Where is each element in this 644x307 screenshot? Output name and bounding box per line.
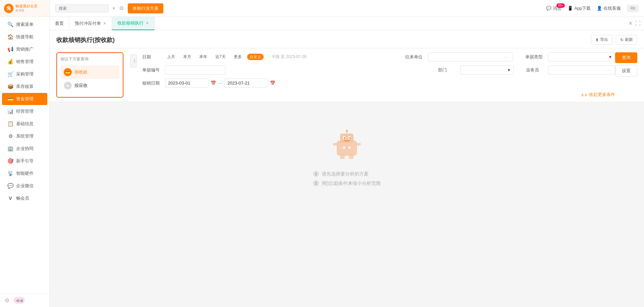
chevron-down-doc-icon: ▾ bbox=[609, 54, 611, 59]
sidebar-item-label: 资金管理 bbox=[16, 96, 34, 102]
tab-home[interactable]: 首页 bbox=[50, 17, 69, 30]
sidebar-item-label: 系统管理 bbox=[16, 133, 34, 139]
filter-options-panel: 按以下方案查询 💳 按收款 🕐 按应收 bbox=[56, 52, 123, 98]
filter-settings-button[interactable]: 设置 bbox=[615, 65, 637, 76]
page-header: 收款核销执行(按收款) ⬆ 导出 ↻ 刷新 bbox=[50, 30, 644, 48]
writeoff-date-group: 📅 — 📅 bbox=[165, 79, 275, 88]
last-7days-btn[interactable]: 近7天 bbox=[213, 53, 228, 61]
page-content: 收款核销执行(按收款) ⬆ 导出 ↻ 刷新 按以下方案查询 💳 按收款 bbox=[50, 30, 644, 307]
user-profile-button[interactable]: Rit bbox=[627, 5, 639, 12]
doc-no-input[interactable] bbox=[165, 65, 225, 74]
operation-icon: 📊 bbox=[7, 108, 13, 114]
filter-collapse-button[interactable]: 《 bbox=[130, 54, 137, 68]
search-menu-icon: 🔍 bbox=[7, 21, 13, 28]
settings-icon[interactable]: ⚙ bbox=[5, 297, 9, 304]
app-icon: 📱 bbox=[568, 6, 573, 11]
last-month-btn[interactable]: 上月 bbox=[164, 53, 178, 61]
topbar-right: 💬 消息 99+ 📱 App下载 👤 在线客服 Rit bbox=[546, 5, 639, 12]
sidebar-item-inventory[interactable]: 📦 库存核算 bbox=[2, 81, 47, 93]
this-year-btn[interactable]: 本年 bbox=[197, 53, 210, 61]
sidebar-item-operation[interactable]: 📊 经营管理 bbox=[2, 105, 47, 117]
online-service-button[interactable]: 👤 在线客服 bbox=[597, 5, 621, 11]
export-button[interactable]: ⬆ 导出 bbox=[591, 35, 612, 45]
message-icon: 💬 bbox=[546, 6, 551, 11]
app-label: App下载 bbox=[574, 5, 591, 11]
search-input[interactable] bbox=[55, 4, 109, 12]
home-icon: 🏠 bbox=[7, 34, 13, 40]
filter-row-2: 单据编号 部门 ▾ 业务员 ··· bbox=[142, 65, 615, 74]
chevron-down-icon[interactable]: ▾ bbox=[113, 6, 115, 11]
filter-by-receivable[interactable]: 🕐 按应收 bbox=[60, 79, 119, 92]
staff-dots[interactable]: ··· bbox=[606, 67, 611, 72]
date-separator: — bbox=[218, 81, 222, 86]
svg-rect-9 bbox=[356, 143, 361, 146]
tab-expand-icon[interactable]: ⛶ bbox=[635, 20, 641, 27]
svg-point-5 bbox=[349, 137, 351, 139]
sidebar-item-member[interactable]: V 畅会员 bbox=[2, 192, 47, 204]
message-button[interactable]: 💬 消息 99+ bbox=[546, 5, 561, 11]
sidebar-item-smart-hw[interactable]: 📡 智能硬件 bbox=[2, 167, 47, 180]
empty-hints: 1 请先选择要分析的方案 2 用[过滤]条件来缩小分析范围 bbox=[313, 169, 381, 188]
hint-text-2: 用[过滤]条件来缩小分析范围 bbox=[322, 178, 381, 188]
sidebar-item-finance[interactable]: 💳 资金管理 bbox=[2, 93, 47, 105]
counterparty-dots[interactable]: ··· bbox=[504, 54, 509, 59]
staff-input[interactable]: ··· bbox=[548, 65, 615, 74]
by-receipt-label: 按收款 bbox=[74, 69, 88, 75]
by-receivable-label: 按应收 bbox=[74, 83, 88, 89]
filter-row-3: 核销日期 📅 — 📅 bbox=[142, 79, 615, 88]
calendar-start-icon[interactable]: 📅 bbox=[211, 81, 216, 86]
tab-prepay-close-icon[interactable]: ✕ bbox=[103, 17, 106, 30]
sidebar-item-marketing[interactable]: 📢 营销推广 bbox=[2, 43, 47, 55]
sidebar-item-sales[interactable]: 💰 销售管理 bbox=[2, 56, 47, 68]
chevron-down-dept-icon: ▾ bbox=[508, 67, 510, 72]
tab-prepay[interactable]: 预付冲应付单 ✕ bbox=[69, 17, 112, 30]
collapse-sidebar-icon[interactable]: ◀◀ bbox=[13, 297, 25, 304]
main-area: ▾ ⚙ 体验行业方案 💬 消息 99+ 📱 App下载 👤 在线客服 Rit 首… bbox=[50, 0, 644, 307]
collapse-more-button[interactable]: ∧∧ 收起更多条件 bbox=[581, 92, 615, 98]
industry-solution-button[interactable]: 体验行业方案 bbox=[128, 3, 163, 13]
sidebar-item-basic-info[interactable]: 📋 基础信息 bbox=[2, 118, 47, 130]
tab-close-all-icon[interactable]: ✕ bbox=[628, 20, 633, 27]
sidebar-item-label: 快捷导航 bbox=[16, 34, 34, 40]
sales-icon: 💰 bbox=[7, 59, 13, 65]
dept-select[interactable]: ▾ bbox=[460, 65, 514, 74]
filter-by-receipt[interactable]: 💳 按收款 bbox=[60, 65, 119, 79]
svg-rect-1 bbox=[340, 134, 354, 143]
custom-date-badge[interactable]: 自定义 bbox=[247, 54, 264, 60]
topbar-gear-icon[interactable]: ⚙ bbox=[119, 5, 124, 11]
counterparty-input[interactable]: ··· bbox=[428, 52, 513, 61]
more-dates-btn[interactable]: 更多 bbox=[231, 53, 245, 61]
sidebar-item-system[interactable]: ⚙ 系统管理 bbox=[2, 130, 47, 142]
date-filter-label: 日期 bbox=[142, 54, 159, 60]
calendar-end-icon[interactable]: 📅 bbox=[270, 81, 275, 86]
tab-receipt-writeoff-close-icon[interactable]: ✕ bbox=[146, 16, 149, 30]
sidebar-item-enterprise[interactable]: 🏢 企业协同 bbox=[2, 143, 47, 155]
service-label: 在线客服 bbox=[603, 5, 621, 11]
sidebar-item-search[interactable]: 🔍 搜索菜单 bbox=[2, 18, 47, 31]
app-download-button[interactable]: 📱 App下载 bbox=[568, 5, 591, 11]
sidebar-item-label: 基础信息 bbox=[16, 121, 34, 127]
sidebar-item-guide[interactable]: 🎯 新手引导 bbox=[2, 155, 47, 167]
refresh-button[interactable]: ↻ 刷新 bbox=[616, 35, 637, 45]
page-header-actions: ⬆ 导出 ↻ 刷新 bbox=[591, 35, 637, 45]
finance-icon: 💳 bbox=[7, 96, 13, 102]
writeoff-start-input[interactable] bbox=[165, 79, 209, 88]
sidebar-item-label: 销售管理 bbox=[16, 59, 34, 65]
this-month-btn[interactable]: 本月 bbox=[180, 53, 194, 61]
filter-section: 按以下方案查询 💳 按收款 🕐 按应收 《 bbox=[50, 48, 644, 102]
sidebar-item-quick-nav[interactable]: 🏠 快捷导航 bbox=[2, 31, 47, 43]
sidebar-item-wechat[interactable]: 💬 企业微信 bbox=[2, 180, 47, 192]
marketing-icon: 📢 bbox=[7, 46, 13, 52]
sidebar-item-purchase[interactable]: 🛒 采购管理 bbox=[2, 68, 47, 80]
writeoff-end-input[interactable] bbox=[224, 79, 268, 88]
tab-receipt-writeoff[interactable]: 收款核销执行 ✕ bbox=[112, 17, 155, 30]
tab-home-label: 首页 bbox=[55, 17, 64, 30]
doc-type-select[interactable]: ▾ bbox=[548, 52, 615, 61]
query-button[interactable]: 查询 bbox=[615, 52, 637, 63]
hint-text-1: 请先选择要分析的方案 bbox=[322, 169, 369, 178]
svg-point-7 bbox=[346, 130, 348, 132]
sidebar-item-label: 企业协同 bbox=[16, 146, 34, 152]
sidebar-item-label: 库存核算 bbox=[16, 84, 34, 90]
tab-bar-actions: ✕ ⛶ bbox=[628, 20, 644, 27]
sidebar-item-label: 畅会员 bbox=[16, 195, 29, 201]
